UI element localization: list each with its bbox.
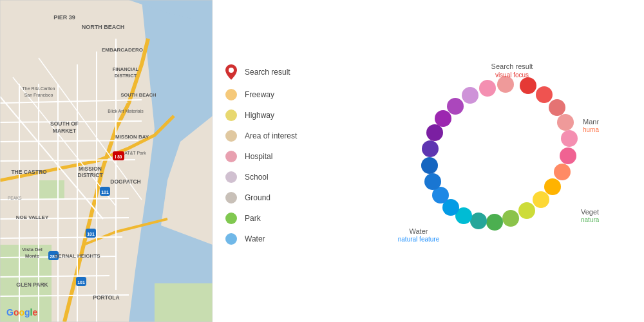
svg-text:Monte: Monte — [25, 253, 39, 259]
svg-point-70 — [533, 191, 549, 208]
svg-point-65 — [557, 114, 574, 131]
legend-dot-freeway — [225, 89, 237, 100]
svg-text:101: 101 — [101, 190, 109, 194]
svg-rect-5 — [39, 180, 64, 200]
legend-item-water: Water — [225, 233, 341, 245]
svg-text:101: 101 — [87, 232, 95, 236]
svg-text:DISTRICT: DISTRICT — [77, 172, 103, 178]
svg-text:Google: Google — [6, 307, 37, 317]
legend-label-freeway: Freeway — [245, 90, 274, 99]
svg-text:visual focus: visual focus — [495, 71, 529, 79]
svg-text:natural feature: natural feature — [581, 216, 599, 223]
legend-item-area-of-interest: Area of interest — [225, 130, 341, 142]
legend-item-highway: Highway — [225, 109, 341, 121]
svg-point-72 — [502, 210, 519, 227]
svg-point-62 — [520, 77, 536, 94]
svg-point-74 — [470, 213, 487, 229]
legend-dot-park — [225, 213, 237, 224]
svg-point-84 — [462, 87, 478, 104]
legend-label-hospital: Hospital — [245, 152, 272, 161]
svg-point-63 — [536, 86, 553, 103]
legend-dot-water — [225, 233, 237, 245]
svg-text:Vista Del: Vista Del — [22, 247, 43, 252]
legend-label-highway: Highway — [245, 111, 274, 120]
svg-text:BERNAL HEIGHTS: BERNAL HEIGHTS — [55, 253, 101, 259]
wheel-svg: Search result visual focus Manmade surro… — [393, 55, 599, 274]
svg-text:The Ritz-Carlton: The Ritz-Carlton — [23, 86, 55, 91]
svg-point-67 — [560, 147, 576, 164]
svg-text:human activity: human activity — [583, 126, 599, 133]
legend-label-park: Park — [245, 214, 261, 223]
svg-point-73 — [486, 214, 503, 231]
map-container: 101 101 101 280 I 80 PIER 39 NORTH BEACH… — [0, 0, 213, 322]
svg-point-78 — [424, 173, 441, 190]
svg-text:PEAKS: PEAKS — [8, 196, 22, 200]
info-section: Search result Freeway Highway Area of in… — [213, 0, 644, 322]
svg-text:DOGPATCH: DOGPATCH — [110, 178, 140, 185]
svg-point-71 — [518, 202, 535, 219]
svg-text:MISSION BAY: MISSION BAY — [115, 134, 149, 140]
svg-text:EMBARCADERO: EMBARCADERO — [102, 47, 143, 53]
svg-text:MISSION: MISSION — [79, 166, 102, 172]
svg-text:THE CASTRO: THE CASTRO — [11, 169, 47, 175]
legend-item-park: Park — [225, 213, 341, 224]
svg-text:Search result: Search result — [491, 62, 533, 70]
svg-text:101: 101 — [77, 280, 85, 285]
color-wheel: Search result visual focus Manmade surro… — [393, 55, 599, 274]
legend-item-school: School — [225, 171, 341, 183]
svg-point-69 — [544, 178, 561, 195]
svg-text:PORTOLA: PORTOLA — [93, 294, 119, 301]
svg-point-66 — [561, 130, 578, 147]
legend-panel: Search result Freeway Highway Area of in… — [225, 13, 341, 316]
svg-text:AT&T Park: AT&T Park — [124, 151, 146, 155]
svg-rect-4 — [155, 283, 213, 322]
svg-point-81 — [426, 124, 443, 141]
legend-label-ground: Ground — [245, 193, 270, 202]
svg-text:Blick Art Materials: Blick Art Materials — [108, 109, 144, 113]
legend-item-search-result: Search result — [225, 64, 341, 80]
svg-point-61 — [229, 68, 234, 73]
svg-point-80 — [422, 140, 439, 157]
legend-item-hospital: Hospital — [225, 151, 341, 162]
legend-dot-hospital — [225, 151, 237, 162]
svg-text:DISTRICT: DISTRICT — [115, 73, 137, 79]
svg-text:SOUTH BEACH: SOUTH BEACH — [120, 92, 156, 98]
svg-point-79 — [421, 157, 438, 174]
legend-dot-ground — [225, 192, 237, 204]
svg-text:NOE VALLEY: NOE VALLEY — [16, 214, 49, 220]
svg-text:San Francisco: San Francisco — [24, 93, 53, 97]
svg-text:PIER 39: PIER 39 — [53, 14, 75, 21]
legend-label-search-result: Search result — [245, 68, 290, 77]
svg-text:MARKET: MARKET — [53, 128, 77, 134]
legend-item-ground: Ground — [225, 192, 341, 204]
color-wheel-section: Search result visual focus Manmade surro… — [354, 13, 638, 316]
svg-point-85 — [479, 80, 496, 97]
svg-text:FINANCIAL: FINANCIAL — [113, 66, 139, 72]
svg-point-64 — [549, 99, 565, 116]
svg-text:Vegetation: Vegetation — [581, 208, 599, 216]
legend-dot-school — [225, 171, 237, 183]
svg-text:I 80: I 80 — [115, 155, 122, 159]
legend-item-freeway: Freeway — [225, 89, 341, 100]
svg-text:NORTH BEACH: NORTH BEACH — [82, 24, 125, 30]
svg-text:SOUTH OF: SOUTH OF — [50, 120, 79, 127]
svg-point-68 — [554, 164, 571, 180]
svg-text:natural feature: natural feature — [398, 236, 440, 243]
legend-dot-area-of-interest — [225, 130, 237, 142]
legend-dot-highway — [225, 109, 237, 121]
legend-label-school: School — [245, 173, 269, 182]
legend-label-area-of-interest: Area of interest — [245, 131, 297, 140]
legend-label-water: Water — [245, 234, 265, 243]
svg-point-83 — [447, 98, 464, 115]
svg-text:GLEN PARK: GLEN PARK — [16, 281, 48, 288]
svg-text:Manmade surroundings: Manmade surroundings — [583, 118, 599, 126]
svg-point-82 — [435, 110, 451, 127]
svg-text:Water: Water — [410, 227, 428, 235]
